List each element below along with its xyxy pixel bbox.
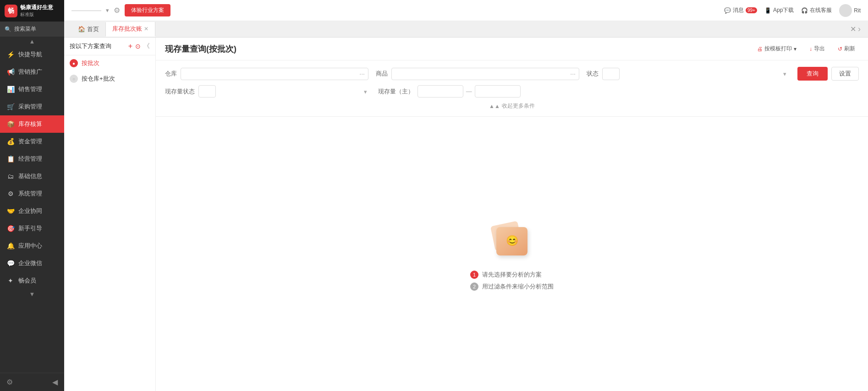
sidebar-item-operation[interactable]: 📋 经营管理 bbox=[0, 150, 64, 168]
add-scheme-btn[interactable]: + bbox=[128, 42, 132, 50]
warehouse-input-wrap: ··· bbox=[181, 68, 368, 80]
collapse-more-btn[interactable]: ▲▲ 收起更多条件 bbox=[165, 102, 859, 110]
app-title-block: 畅康通好生意 标准版 bbox=[20, 4, 53, 18]
sidebar-item-finance[interactable]: 💰 资金管理 bbox=[0, 133, 64, 150]
export-btn-label: 导出 bbox=[814, 45, 825, 53]
tip-num-2: 2 bbox=[470, 282, 478, 291]
sidebar-item-vip[interactable]: ✦ 畅会员 bbox=[0, 272, 64, 289]
app-download-label: App下载 bbox=[773, 6, 794, 14]
newbie-icon: 🎯 bbox=[6, 224, 15, 233]
tab-inventory-batch[interactable]: 库存批次账 ✕ bbox=[106, 22, 155, 37]
stock-qty-max[interactable] bbox=[475, 85, 521, 98]
breadcrumb: ————— bbox=[71, 7, 101, 14]
content-area: 按以下方案查询 + ⊙ 《 ● 按批次 ○ 按仓库+批次 现存量查询(按批次) bbox=[64, 38, 868, 391]
scroll-down-btn[interactable]: ▼ bbox=[0, 289, 64, 299]
wechat-icon: 💬 bbox=[6, 259, 15, 267]
stock-qty-field: 现存量（主） — bbox=[378, 85, 584, 98]
panel-expand-icon[interactable]: › bbox=[858, 24, 861, 34]
scheme-item-batch[interactable]: ● 按批次 bbox=[64, 55, 155, 71]
topbar-right: 💬 消息 99+ 📱 App下载 🎧 在线客服 Rit bbox=[724, 4, 861, 17]
sales-icon: 📊 bbox=[6, 85, 15, 93]
sidebar-item-basic[interactable]: 🗂 基础信息 bbox=[0, 168, 64, 185]
message-btn[interactable]: 💬 消息 99+ bbox=[724, 6, 757, 14]
sidebar-item-sales[interactable]: 📊 销售管理 bbox=[0, 81, 64, 98]
empty-tips: 1 请先选择要分析的方案 2 用过滤条件来缩小分析范围 bbox=[470, 271, 554, 291]
sidebar-item-label: 应用中心 bbox=[18, 242, 42, 250]
settings-footer-icon[interactable]: ⚙ bbox=[6, 378, 13, 386]
user-avatar-btn[interactable]: Rit bbox=[839, 4, 861, 17]
filter-panel: 按以下方案查询 + ⊙ 《 ● 按批次 ○ 按仓库+批次 bbox=[64, 38, 156, 391]
appstore-icon: 🔔 bbox=[6, 242, 15, 250]
stock-status-select[interactable] bbox=[198, 85, 216, 98]
export-btn[interactable]: ↓ 导出 bbox=[806, 43, 829, 54]
vip-icon: ✦ bbox=[6, 277, 15, 285]
panel-close-btn[interactable]: ✕ bbox=[850, 25, 856, 33]
sidebar-item-appstore[interactable]: 🔔 应用中心 bbox=[0, 237, 64, 255]
sidebar-item-wechat[interactable]: 💬 企业微信 bbox=[0, 255, 64, 272]
topbar: ————— ▾ ⚙ 体验行业方案 💬 消息 99+ 📱 App下载 🎧 在线客服 bbox=[64, 0, 868, 21]
online-service-btn[interactable]: 🎧 在线客服 bbox=[801, 6, 832, 14]
tab-inventory-batch-label: 库存批次账 bbox=[112, 25, 142, 33]
status-select-arrow: ▾ bbox=[783, 71, 786, 77]
collapse-up-icon: ▲▲ bbox=[489, 103, 500, 109]
status-select-wrap: ▾ bbox=[602, 68, 790, 80]
app-download-btn[interactable]: 📱 App下载 bbox=[764, 6, 794, 14]
sidebar-item-purchase[interactable]: 🛒 采购管理 bbox=[0, 98, 64, 115]
refresh-btn[interactable]: ↺ 刷新 bbox=[834, 43, 859, 54]
topbar-dropdown-icon[interactable]: ▾ bbox=[106, 7, 109, 14]
product-field: 商品 ··· bbox=[376, 68, 579, 80]
sidebar-item-label: 企业协同 bbox=[18, 207, 42, 215]
basic-icon: 🗂 bbox=[6, 172, 15, 180]
breadcrumb-path: ————— bbox=[71, 7, 101, 14]
topbar-left: ————— ▾ ⚙ 体验行业方案 bbox=[71, 4, 720, 16]
print-icon: 🖨 bbox=[757, 46, 763, 52]
sidebar-item-enterprise[interactable]: 🤝 企业协同 bbox=[0, 202, 64, 220]
collapse-panel-icon[interactable]: 《 bbox=[143, 42, 150, 50]
tab-home[interactable]: 🏠 首页 bbox=[71, 22, 106, 36]
stock-status-field: 现存量状态 ▾ bbox=[165, 85, 371, 98]
sidebar-item-system[interactable]: ⚙ 系统管理 bbox=[0, 185, 64, 202]
sidebar-item-label: 畅会员 bbox=[18, 277, 36, 285]
search-row-2: 现存量状态 ▾ 现存量（主） — bbox=[165, 85, 859, 98]
scroll-up-btn[interactable]: ▲ bbox=[0, 37, 64, 46]
message-label: 消息 bbox=[733, 6, 744, 14]
scheme-label-batch: 按批次 bbox=[82, 59, 99, 67]
scheme-dot-inactive: ○ bbox=[70, 75, 78, 83]
sidebar-search[interactable]: 🔍 搜索菜单 bbox=[0, 22, 64, 37]
sidebar-item-label: 销售管理 bbox=[18, 85, 42, 93]
product-input[interactable] bbox=[391, 68, 579, 80]
empty-state: 😊 1 请先选择要分析的方案 2 用过滤条件来缩小分析范围 bbox=[156, 117, 868, 391]
print-btn[interactable]: 🖨 按模板打印 ▾ bbox=[753, 43, 800, 54]
page-header: 现存量查询(按批次) 🖨 按模板打印 ▾ ↓ 导出 ↺ 刷新 bbox=[156, 38, 868, 60]
range-separator: — bbox=[466, 88, 472, 95]
sidebar-item-label: 新手引导 bbox=[18, 224, 42, 233]
service-icon: 🎧 bbox=[801, 7, 808, 14]
sidebar-item-label: 营销推广 bbox=[18, 68, 42, 76]
enterprise-icon: 🤝 bbox=[6, 207, 15, 215]
sidebar-item-inventory[interactable]: 📦 库存核算 bbox=[0, 115, 64, 133]
sidebar-header: 畅 畅康通好生意 标准版 bbox=[0, 0, 64, 22]
empty-illustration: 😊 bbox=[484, 217, 539, 263]
status-label: 状态 bbox=[587, 70, 599, 78]
sidebar-item-marketing[interactable]: 📢 营销推广 bbox=[0, 63, 64, 81]
sidebar-nav: ▲ ⚡ 快捷导航 📢 营销推广 📊 销售管理 🛒 采购管理 📦 库存核算 💰 资… bbox=[0, 37, 64, 373]
stock-qty-label: 现存量（主） bbox=[378, 87, 414, 96]
print-dropdown-icon[interactable]: ▾ bbox=[794, 46, 797, 52]
scheme-settings-icon[interactable]: ⊙ bbox=[135, 43, 141, 50]
collapse-sidebar-icon[interactable]: ◀ bbox=[52, 378, 58, 386]
status-select[interactable] bbox=[602, 68, 620, 80]
sidebar-item-quick-nav[interactable]: ⚡ 快捷导航 bbox=[0, 46, 64, 63]
sidebar-item-newbie[interactable]: 🎯 新手引导 bbox=[0, 220, 64, 237]
settings-form-btn[interactable]: 设置 bbox=[831, 67, 859, 81]
topbar-settings-icon[interactable]: ⚙ bbox=[114, 6, 120, 15]
warehouse-input-icon[interactable]: ··· bbox=[359, 70, 365, 77]
tab-close-icon[interactable]: ✕ bbox=[144, 26, 148, 32]
trial-btn[interactable]: 体验行业方案 bbox=[125, 4, 170, 16]
page-actions: 🖨 按模板打印 ▾ ↓ 导出 ↺ 刷新 bbox=[753, 43, 859, 54]
stock-qty-min[interactable] bbox=[418, 85, 463, 98]
warehouse-input[interactable] bbox=[181, 68, 368, 80]
scheme-item-warehouse-batch[interactable]: ○ 按仓库+批次 bbox=[64, 71, 155, 87]
query-btn[interactable]: 查询 bbox=[797, 67, 828, 81]
product-input-icon[interactable]: ··· bbox=[570, 70, 576, 77]
sidebar-item-label: 系统管理 bbox=[18, 190, 42, 198]
